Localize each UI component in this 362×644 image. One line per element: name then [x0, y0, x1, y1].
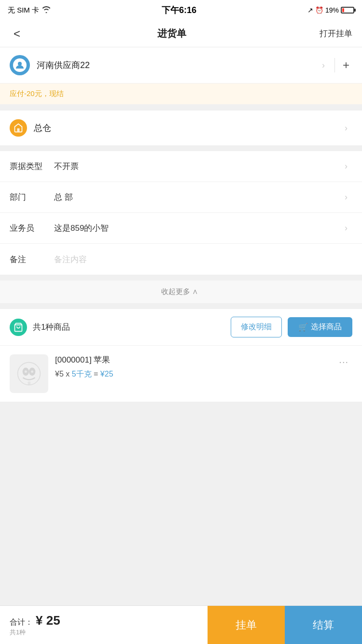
product-info: [0000001] 苹果 ¥5 x 5千克 = ¥25 — [55, 354, 335, 379]
bottom-bar: 合计： ¥ 25 共1种 挂单 结算 — [0, 605, 362, 644]
select-product-button[interactable]: 🛒 选择商品 — [288, 317, 352, 337]
battery-icon — [341, 7, 354, 14]
supplier-avatar — [10, 55, 30, 75]
battery-percentage: 19% — [325, 6, 339, 14]
total-prefix: 合计： — [10, 617, 33, 628]
svg-point-6 — [25, 370, 27, 373]
product-count-text: 共1种商品 — [33, 322, 231, 333]
alarm-icon: ⏰ — [315, 6, 323, 14]
svg-point-0 — [18, 62, 22, 66]
remark-label: 备注 — [10, 254, 48, 265]
product-item: 督 [0000001] 苹果 ¥5 x 5千克 = ¥25 ··· — [0, 346, 362, 402]
supplier-name: 河南供应商22 — [37, 59, 322, 71]
status-left: 无 SIM 卡 — [8, 6, 51, 15]
warehouse-chevron-icon: › — [345, 123, 348, 133]
wifi-icon — [42, 6, 51, 14]
status-time: 下午6:16 — [162, 4, 196, 16]
product-count-icon — [10, 319, 27, 336]
supplier-section: 河南供应商22 › + 应付-20元，现结 — [0, 47, 362, 105]
page-title: 进货单 — [157, 27, 186, 40]
location-icon: ↗ — [307, 6, 313, 14]
supplier-chevron-icon: › — [322, 60, 325, 70]
svg-rect-1 — [17, 128, 20, 132]
remark-placeholder: 备注内容 — [48, 254, 352, 265]
svg-text:督: 督 — [28, 381, 31, 385]
notice-text: 应付-20元，现结 — [10, 89, 64, 98]
product-header: 共1种商品 修改明细 🛒 选择商品 — [0, 309, 362, 346]
status-bar: 无 SIM 卡 下午6:16 ↗ ⏰ 19% — [0, 0, 362, 20]
add-supplier-button[interactable]: + — [340, 58, 352, 72]
warehouse-row[interactable]: 总仓 › — [0, 111, 362, 145]
invoice-type-label: 票据类型 — [10, 161, 48, 172]
edit-detail-button[interactable]: 修改明细 — [231, 317, 282, 337]
department-label: 部门 — [10, 192, 48, 203]
total-amount: ¥ 25 — [36, 613, 60, 628]
invoice-type-row[interactable]: 票据类型 不开票 › — [0, 151, 362, 182]
form-section: 票据类型 不开票 › 部门 总 部 › 业务员 这是859的小智 › 备注 备注 — [0, 151, 362, 275]
select-product-icon: 🛒 — [298, 322, 308, 332]
collapse-toggle[interactable]: 收起更多 ∧ — [0, 280, 362, 303]
salesperson-row[interactable]: 业务员 这是859的小智 › — [0, 213, 362, 244]
salesperson-chevron-icon: › — [345, 223, 348, 233]
checkout-button[interactable]: 结算 — [285, 606, 362, 644]
content-area: 河南供应商22 › + 应付-20元，现结 总仓 › 票据类型 不开票 › — [0, 47, 362, 451]
select-product-label: 选择商品 — [311, 322, 342, 332]
product-more-button[interactable]: ··· — [335, 354, 352, 369]
svg-point-7 — [31, 370, 33, 373]
carrier-label: 无 SIM 卡 — [8, 6, 39, 15]
salesperson-label: 业务员 — [10, 223, 48, 234]
salesperson-value: 这是859的小智 — [48, 223, 345, 234]
product-thumbnail: 督 — [10, 354, 48, 393]
department-chevron-icon: › — [345, 192, 348, 202]
products-section: 共1种商品 修改明细 🛒 选择商品 督 — [0, 309, 362, 402]
total-area: 合计： ¥ 25 共1种 — [0, 606, 208, 644]
warehouse-name: 总仓 — [34, 122, 345, 134]
nav-bar: < 进货单 打开挂单 — [0, 20, 362, 47]
total-label: 合计： ¥ 25 — [10, 613, 198, 628]
product-price: ¥5 x 5千克 = ¥25 — [55, 369, 335, 379]
status-right: ↗ ⏰ 19% — [307, 6, 354, 14]
price-total: ¥25 — [100, 370, 113, 378]
product-code: [0000001] — [55, 355, 92, 364]
warehouse-section: 总仓 › — [0, 111, 362, 145]
product-name: [0000001] 苹果 — [55, 354, 335, 365]
warehouse-icon — [10, 119, 27, 137]
department-row[interactable]: 部门 总 部 › — [0, 182, 362, 213]
department-value: 总 部 — [48, 192, 345, 203]
product-title: 苹果 — [94, 355, 110, 364]
avatar-inner — [13, 58, 27, 72]
price-qty: 5千克 — [72, 370, 92, 378]
price-unit: ¥5 — [55, 370, 64, 378]
back-button[interactable]: < — [10, 23, 24, 44]
invoice-chevron-icon: › — [345, 161, 348, 171]
total-sub: 共1种 — [10, 628, 198, 637]
supplier-row[interactable]: 河南供应商22 › + — [0, 47, 362, 84]
supplier-divider — [334, 58, 335, 72]
notice-banner: 应付-20元，现结 — [0, 84, 362, 105]
invoice-type-value: 不开票 — [48, 161, 345, 172]
suspend-button[interactable]: 挂单 — [208, 606, 285, 644]
collapse-label: 收起更多 ∧ — [161, 287, 198, 296]
remark-row[interactable]: 备注 备注内容 — [0, 244, 362, 275]
open-pending-button[interactable]: 打开挂单 — [320, 28, 352, 39]
